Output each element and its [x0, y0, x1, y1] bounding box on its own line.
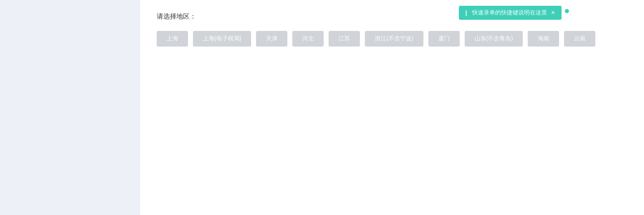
- region-button-xiamen[interactable]: 厦门: [428, 31, 460, 47]
- region-button-shanghai[interactable]: 上海: [157, 31, 188, 47]
- region-button-hainan[interactable]: 海南: [528, 31, 559, 47]
- main-content: 请选择地区： 上海上海(电子税局)天津河北江苏浙江(不含宁波)厦门山东(不含青岛…: [140, 0, 644, 215]
- region-button-zhejiang[interactable]: 浙江(不含宁波): [365, 31, 423, 47]
- region-button-yunnan[interactable]: 云南: [564, 31, 595, 47]
- region-button-tianjin[interactable]: 天津: [256, 31, 287, 47]
- tooltip-close-button[interactable]: ×: [551, 9, 555, 16]
- region-button-hebei[interactable]: 河北: [292, 31, 324, 47]
- region-button-shanghai-etax[interactable]: 上海(电子税局): [193, 31, 251, 47]
- region-button-jiangsu[interactable]: 江苏: [329, 31, 360, 47]
- region-buttons: 上海上海(电子税局)天津河北江苏浙江(不含宁波)厦门山东(不含青岛)海南云南: [157, 31, 628, 47]
- tooltip-dot: [565, 9, 569, 13]
- tooltip-text: 快速录单的快捷键说明在这里: [472, 9, 547, 16]
- left-panel: [0, 0, 140, 215]
- region-button-shandong[interactable]: 山东(不含青岛): [465, 31, 523, 47]
- tooltip-banner: 快速录单的快捷键说明在这里 ×: [459, 6, 562, 20]
